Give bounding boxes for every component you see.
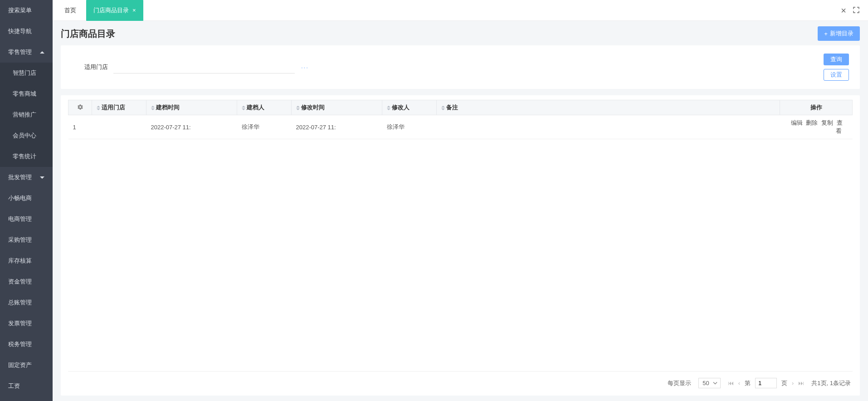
- gear-icon: [77, 104, 83, 110]
- sidebar-sub-smart-store[interactable]: 智慧门店: [0, 63, 53, 83]
- sidebar-item-retail-mgmt[interactable]: 零售管理: [0, 42, 53, 63]
- sidebar-item-xiaochang-ec[interactable]: 小畅电商: [0, 188, 53, 209]
- cell-ops: 编辑 删除 复制 查看: [780, 115, 853, 139]
- page-first[interactable]: ⏮: [728, 380, 734, 386]
- page-last[interactable]: ⏭: [798, 380, 804, 386]
- plus-icon: +: [824, 30, 828, 37]
- sidebar-item-quick-nav[interactable]: 快捷导航: [0, 21, 53, 42]
- sidebar-settings-button[interactable]: [0, 396, 53, 401]
- page-suffix: 页: [781, 379, 787, 387]
- page-input[interactable]: [755, 378, 777, 388]
- add-catalog-button[interactable]: + 新增目录: [818, 26, 860, 41]
- sidebar-sub-member-center[interactable]: 会员中心: [0, 125, 53, 146]
- cell-modify-time: 2022-07-27 11:: [292, 115, 382, 139]
- title-row: 门店商品目录 + 新增目录: [61, 26, 860, 41]
- table-config-button[interactable]: [68, 100, 92, 115]
- th-op: 操作: [780, 100, 853, 115]
- sidebar-item-salary[interactable]: 工资: [0, 376, 53, 396]
- tab-home[interactable]: 首页: [57, 0, 83, 21]
- th-create-time[interactable]: 建档时间: [146, 100, 237, 115]
- op-delete[interactable]: 删除: [806, 119, 818, 126]
- sort-icon: [296, 106, 300, 110]
- sort-icon: [97, 106, 100, 110]
- filter-more-button[interactable]: ···: [301, 64, 309, 71]
- content: 门店商品目录 + 新增目录 适用门店 ··· 查询 设置: [53, 21, 868, 401]
- page-prev[interactable]: ‹: [738, 380, 740, 386]
- page-nav: ⏮ ‹ 第 页 › ⏭: [728, 378, 805, 388]
- sort-icon: [387, 106, 390, 110]
- sidebar-item-tax-mgmt[interactable]: 税务管理: [0, 334, 53, 355]
- sort-icon: [242, 106, 245, 110]
- sidebar-item-invoice-mgmt[interactable]: 发票管理: [0, 313, 53, 334]
- op-edit[interactable]: 编辑: [791, 119, 803, 126]
- th-store[interactable]: 适用门店: [92, 100, 146, 115]
- cell-idx: 1: [68, 115, 92, 139]
- cell-creator: 徐泽华: [237, 115, 292, 139]
- cell-remark: [437, 115, 780, 139]
- sidebar-sub-retail-stats[interactable]: 零售统计: [0, 146, 53, 167]
- sidebar-item-stock-accounting[interactable]: 库存核算: [0, 250, 53, 271]
- sidebar-item-search-menu[interactable]: 搜索菜单: [0, 0, 53, 21]
- top-actions: ×: [841, 0, 860, 21]
- table-row[interactable]: 1 2022-07-27 11: 徐泽华 2022-07-27 11: 徐泽华 …: [68, 115, 853, 139]
- sidebar-item-wholesale-mgmt[interactable]: 批发管理: [0, 167, 53, 188]
- sort-icon: [151, 106, 155, 110]
- th-modifier[interactable]: 修改人: [382, 100, 437, 115]
- page-prefix: 第: [745, 379, 751, 387]
- sidebar-item-fixed-assets[interactable]: 固定资产: [0, 355, 53, 376]
- cell-create-time: 2022-07-27 11:: [146, 115, 237, 139]
- page-size-select[interactable]: 50: [698, 378, 720, 388]
- close-icon[interactable]: ×: [132, 0, 136, 21]
- chevron-down-icon: [40, 176, 44, 179]
- main: 首页 门店商品目录 × × 门店商品目录 + 新增目录 适用门店 ··· 查询: [53, 0, 868, 401]
- cell-store: [92, 115, 146, 139]
- expand-icon: [853, 6, 860, 14]
- filter-row: 适用门店 ··· 查询 设置: [61, 45, 860, 89]
- sidebar-item-general-ledger[interactable]: 总账管理: [0, 292, 53, 313]
- tabbar-close-button[interactable]: ×: [841, 5, 846, 16]
- tab-store-catalog[interactable]: 门店商品目录 ×: [86, 0, 143, 21]
- table-wrap: 适用门店 建档时间 建档人 修改时间 修改人 备注 操作 1 2022-07-2…: [61, 95, 860, 396]
- sidebar-sub-retail-mall[interactable]: 零售商城: [0, 83, 53, 104]
- op-copy[interactable]: 复制: [821, 119, 833, 126]
- query-button[interactable]: 查询: [824, 54, 849, 65]
- th-modify-time[interactable]: 修改时间: [292, 100, 382, 115]
- th-remark[interactable]: 备注: [437, 100, 780, 115]
- sidebar-item-ec-mgmt[interactable]: 电商管理: [0, 209, 53, 230]
- sidebar-sub-marketing[interactable]: 营销推广: [0, 104, 53, 125]
- sidebar-item-fund-mgmt[interactable]: 资金管理: [0, 271, 53, 292]
- tabbar: 首页 门店商品目录 × ×: [53, 0, 868, 21]
- pager: 每页显示 50 ⏮ ‹ 第 页 › ⏭ 共1页, 1条记录: [68, 371, 853, 391]
- filter-store-input[interactable]: [113, 61, 295, 73]
- page-title: 门店商品目录: [61, 28, 115, 40]
- chevron-up-icon: [40, 51, 44, 54]
- settings-button[interactable]: 设置: [824, 69, 849, 81]
- cell-modifier: 徐泽华: [382, 115, 437, 139]
- sidebar: 搜索菜单 快捷导航 零售管理 智慧门店 零售商城 营销推广 会员中心 零售统计 …: [0, 0, 53, 401]
- sidebar-item-purchase-mgmt[interactable]: 采购管理: [0, 230, 53, 250]
- fullscreen-button[interactable]: [853, 6, 860, 15]
- catalog-table: 适用门店 建档时间 建档人 修改时间 修改人 备注 操作 1 2022-07-2…: [68, 100, 853, 139]
- op-view[interactable]: 查看: [836, 119, 843, 134]
- filter-store-label: 适用门店: [72, 63, 108, 71]
- chevron-down-icon: [713, 380, 717, 386]
- page-total: 共1页, 1条记录: [811, 379, 851, 387]
- per-page-label: 每页显示: [668, 379, 691, 387]
- sort-icon: [441, 106, 445, 110]
- th-creator[interactable]: 建档人: [237, 100, 292, 115]
- filter-actions: 查询 设置: [824, 54, 849, 81]
- page-next[interactable]: ›: [792, 380, 794, 386]
